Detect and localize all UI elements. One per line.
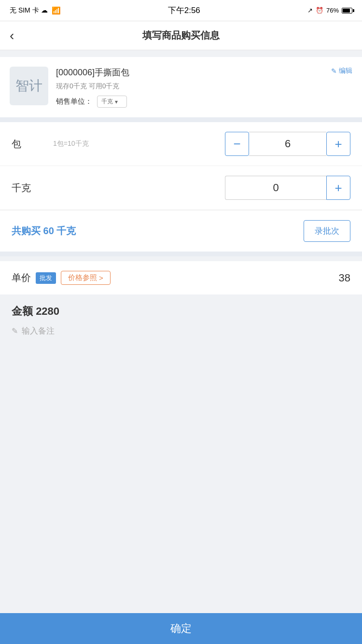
total-label: 共购买 60 千克 (12, 224, 76, 238)
remark-row[interactable]: ✎ 输入备注 (12, 325, 350, 336)
status-right: ↗ ⏰ 76% (307, 7, 352, 14)
price-ref-button[interactable]: 价格参照 > (61, 271, 111, 285)
sim-label: 无 SIM 卡 ☁ (10, 6, 48, 15)
total-unit: 千克 (56, 225, 76, 236)
price-section: 单价 批发 价格参照 > 38 (0, 261, 362, 294)
product-image: 智计 (10, 67, 48, 105)
product-logo: 智计 (15, 77, 42, 95)
amount-section: 金额 2280 ✎ 输入备注 (0, 294, 362, 341)
divider-2 (0, 252, 362, 256)
unit-select[interactable]: 千克 ▾ (97, 96, 127, 108)
status-time: 下午2:56 (168, 5, 200, 16)
batch-button[interactable]: 录批次 (304, 220, 350, 242)
battery-percent: 76% (326, 7, 339, 14)
unit-label: 销售单位： (56, 97, 92, 106)
divider-1 (0, 117, 362, 122)
status-bar: 无 SIM 卡 ☁ 📶 下午2:56 ↗ ⏰ 76% (0, 0, 362, 21)
page-title: 填写商品购买信息 (142, 29, 220, 42)
edit-button[interactable]: ✎ 编辑 (331, 67, 352, 75)
edit-label: 编辑 (339, 67, 352, 75)
price-tag: 批发 (36, 272, 56, 284)
edit-icon: ✎ (331, 67, 337, 75)
product-unit-row: 销售单位： 千克 ▾ (56, 96, 352, 108)
product-stock: 现存0千克 可用0千克 (56, 82, 352, 91)
product-info: [0000006]手撕面包 现存0千克 可用0千克 销售单位： 千克 ▾ (56, 67, 352, 108)
nav-bar: ‹ 填写商品购买信息 (0, 21, 362, 50)
unit-sublabel-bag: 1包=10千克 (53, 140, 225, 148)
quantity-input-kg[interactable] (225, 176, 326, 200)
price-ref-arrow: > (99, 274, 103, 282)
minus-button-bag[interactable]: − (225, 132, 249, 156)
unit-label-kg: 千克 (12, 182, 50, 195)
price-value: 38 (339, 272, 350, 284)
total-text: 共购买 (12, 225, 43, 236)
amount-row: 金额 2280 (12, 304, 350, 319)
amount-label: 金额 (12, 305, 33, 317)
plus-button-bag[interactable]: + (326, 132, 350, 156)
unit-label-bag: 包 (12, 138, 50, 151)
wifi-icon: 📶 (52, 6, 61, 15)
amount-value: 2280 (36, 305, 59, 317)
product-card: 智计 [0000006]手撕面包 现存0千克 可用0千克 销售单位： 千克 ▾ … (0, 57, 362, 117)
status-left: 无 SIM 卡 ☁ 📶 (10, 6, 61, 15)
quantity-control-kg: + (225, 176, 350, 200)
quantity-row-kg: 千克 + (0, 166, 362, 210)
minus-icon: − (233, 137, 240, 152)
empty-space (0, 341, 362, 438)
plus-icon-kg: + (334, 181, 342, 196)
remark-placeholder: 输入备注 (22, 325, 55, 336)
confirm-button[interactable]: 确定 (0, 613, 362, 644)
back-button[interactable]: ‹ (10, 28, 29, 43)
total-amount: 60 (43, 225, 54, 236)
price-label: 单价 (12, 271, 31, 284)
quantity-section: 包 1包=10千克 − + 千克 + (0, 122, 362, 210)
alarm-icon: ⏰ (316, 7, 323, 14)
product-name: [0000006]手撕面包 (56, 67, 352, 78)
battery-icon (342, 8, 352, 14)
plus-icon: + (334, 137, 342, 152)
total-row: 共购买 60 千克 录批次 (0, 210, 362, 252)
location-icon: ↗ (307, 7, 313, 14)
plus-button-kg[interactable]: + (326, 176, 350, 200)
quantity-input-bag[interactable] (249, 132, 326, 156)
unit-value: 千克 (101, 98, 113, 106)
dropdown-icon: ▾ (115, 98, 118, 105)
quantity-row-bag: 包 1包=10千克 − + (0, 122, 362, 166)
price-ref-label: 价格参照 (68, 273, 97, 282)
quantity-control-bag: − + (225, 132, 350, 156)
pencil-icon: ✎ (12, 326, 18, 336)
